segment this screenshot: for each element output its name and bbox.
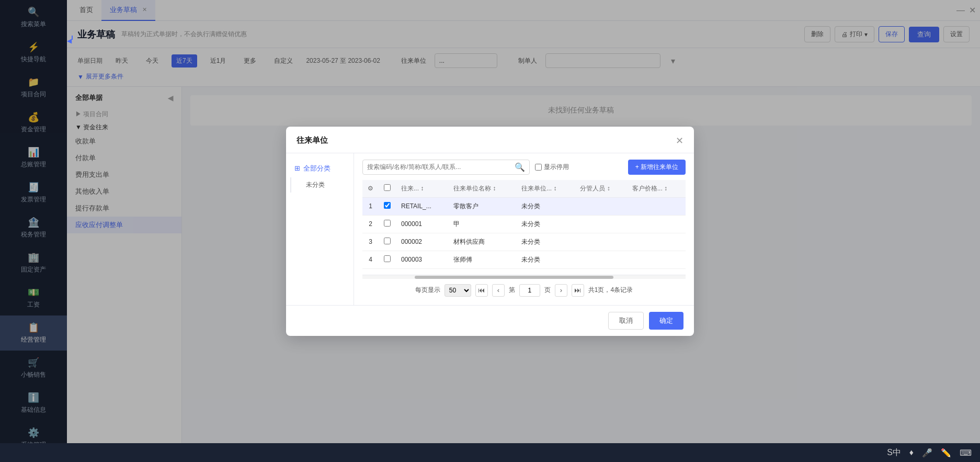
dialog-title: 往来单位 [297, 136, 328, 145]
row-num-4: 4 [362, 251, 379, 268]
row-price-2 [627, 215, 686, 233]
row-code-3: 000002 [396, 233, 448, 251]
row-check-1[interactable] [379, 197, 396, 215]
row-price-4 [627, 251, 686, 268]
per-page-select[interactable]: 50 20 100 [445, 284, 471, 297]
first-page-btn[interactable]: ⏮ [475, 284, 488, 297]
next-page-btn[interactable]: › [555, 284, 567, 297]
dialog-footer: 取消 确定 [286, 305, 694, 336]
bottom-bar: S中 ♦ 🎤 ✏️ ⌨ [0, 443, 980, 462]
row-num-2: 2 [362, 215, 379, 233]
row-code-2: 000001 [396, 215, 448, 233]
show-disabled-label[interactable]: 显示停用 [535, 163, 569, 172]
partner-table: ⚙ 往来... ↕ 往来单位名称 ↕ 往来单位... ↕ [362, 180, 686, 269]
collapse-btn[interactable]: ◀ [67, 36, 73, 40]
row-num-3: 3 [362, 233, 379, 251]
table-row[interactable]: 1 RETAIL_... 零散客户 未分类 [362, 197, 686, 215]
diamond-icon[interactable]: ♦ [909, 448, 914, 457]
row-cat-1: 未分类 [516, 197, 575, 215]
dialog-left-nav: ⊞ 全部分类 未分类 ◀ [286, 153, 354, 305]
dialog-body: ⊞ 全部分类 未分类 ◀ 🔍 [286, 153, 694, 305]
col-header-settings[interactable]: ⚙ [362, 180, 379, 198]
total-info: 共1页，4条记录 [588, 286, 633, 295]
show-disabled-checkbox[interactable] [535, 164, 542, 171]
row-price-3 [627, 233, 686, 251]
horizontal-scrollbar[interactable] [362, 275, 686, 279]
uncategorized-section: 未分类 [290, 177, 354, 193]
row-sales-4 [575, 251, 626, 268]
dialog-nav-all-categories[interactable]: ⊞ 全部分类 [286, 160, 354, 177]
page-label-post: 页 [544, 286, 551, 295]
row-check-3[interactable] [379, 233, 396, 251]
row-sales-3 [575, 233, 626, 251]
col-header-price[interactable]: 客户价格... ↕ [627, 180, 686, 198]
row-code-4: 000003 [396, 251, 448, 268]
last-page-btn[interactable]: ⏭ [572, 284, 584, 297]
col-header-code[interactable]: 往来... ↕ [396, 180, 448, 198]
row-sales-2 [575, 215, 626, 233]
dialog-toolbar: 🔍 显示停用 + 新增往来单位 [362, 160, 686, 175]
table-header: ⚙ 往来... ↕ 往来单位名称 ↕ 往来单位... ↕ [362, 180, 686, 198]
row-code-1: RETAIL_... [396, 197, 448, 215]
confirm-button[interactable]: 确定 [649, 312, 683, 330]
row-check-2[interactable] [379, 215, 396, 233]
row-cat-4: 未分类 [516, 251, 575, 268]
row-name-3: 材料供应商 [448, 233, 516, 251]
dialog-nav-uncategorized[interactable]: 未分类 [295, 177, 354, 193]
col-header-checkbox[interactable] [379, 180, 396, 198]
table-row[interactable]: 2 000001 甲 未分类 [362, 215, 686, 233]
row-check-4[interactable] [379, 251, 396, 268]
edit-icon[interactable]: ✏️ [941, 448, 951, 458]
current-page-input[interactable] [519, 284, 540, 297]
scroll-thumb[interactable] [415, 276, 613, 279]
dialog-header: 往来单位 ✕ [286, 127, 694, 153]
pagination: 每页显示 50 20 100 ⏮ ‹ 第 页 › ⏭ 共1页，4条记录 [362, 279, 686, 299]
search-box: 🔍 [362, 160, 530, 175]
col-header-category[interactable]: 往来单位... ↕ [516, 180, 575, 198]
col-header-name[interactable]: 往来单位名称 ↕ [448, 180, 516, 198]
add-partner-button[interactable]: + 新增往来单位 [628, 160, 686, 175]
prev-page-btn[interactable]: ‹ [492, 284, 505, 297]
row-cat-3: 未分类 [516, 233, 575, 251]
row-name-4: 张师傅 [448, 251, 516, 268]
page-label-pre: 第 [509, 286, 515, 295]
row-name-2: 甲 [448, 215, 516, 233]
search-input[interactable] [367, 163, 511, 171]
keyboard-icon[interactable]: ⌨ [960, 448, 972, 458]
row-name-1: 零散客户 [448, 197, 516, 215]
ime-indicator[interactable]: S中 [887, 447, 901, 458]
dialog-close-button[interactable]: ✕ [676, 135, 683, 147]
cancel-button[interactable]: 取消 [608, 312, 644, 330]
select-all-checkbox[interactable] [384, 184, 391, 191]
table-row[interactable]: 4 000003 张师傅 未分类 [362, 251, 686, 268]
mic-icon[interactable]: 🎤 [922, 448, 932, 458]
col-header-salesman[interactable]: 分管人员 ↕ [575, 180, 626, 198]
table-wrapper: ⚙ 往来... ↕ 往来单位名称 ↕ 往来单位... ↕ [362, 180, 686, 275]
row-sales-1 [575, 197, 626, 215]
row-num-1: 1 [362, 197, 379, 215]
row-price-1 [627, 197, 686, 215]
row-cat-2: 未分类 [516, 215, 575, 233]
search-icon: 🔍 [515, 162, 525, 172]
modal-overlay: 往来单位 ✕ ⊞ 全部分类 未分类 ◀ [0, 0, 980, 462]
table-row[interactable]: 3 000002 材料供应商 未分类 [362, 233, 686, 251]
table-body: 1 RETAIL_... 零散客户 未分类 2 [362, 197, 686, 268]
per-page-label: 每页显示 [415, 286, 440, 295]
partner-dialog: 往来单位 ✕ ⊞ 全部分类 未分类 ◀ [286, 127, 694, 336]
grid-icon: ⊞ [294, 164, 300, 172]
dialog-right-content: 🔍 显示停用 + 新增往来单位 ⚙ [354, 153, 694, 305]
